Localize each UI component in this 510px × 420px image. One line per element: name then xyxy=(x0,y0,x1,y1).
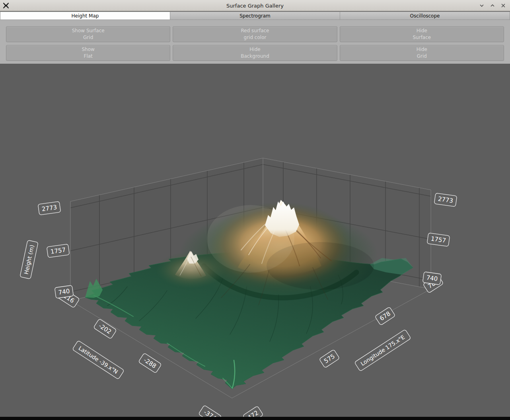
longitude-tick-badge: 472 xyxy=(243,406,263,417)
hide-background-button[interactable]: HideBackground xyxy=(173,45,337,61)
titlebar[interactable]: Surface Graph Gallery xyxy=(0,0,510,11)
minimize-icon[interactable] xyxy=(478,2,485,9)
height-tick-badge: 2773 xyxy=(38,201,60,215)
longitude-axis-title: Longitude 175.x"E xyxy=(354,329,411,371)
window-controls xyxy=(478,0,507,11)
surface-grid-color-button[interactable]: Red surfacegrid color xyxy=(173,26,337,42)
show-surface-grid-button[interactable]: Show SurfaceGrid xyxy=(6,26,170,42)
tab-bar: Height Map Spectrogram Oscilloscope xyxy=(0,12,510,20)
tab-height-map[interactable]: Height Map xyxy=(0,12,170,20)
longitude-tick-badge: 678 xyxy=(375,307,395,326)
latitude-tick-badge: -374 xyxy=(199,405,222,417)
close-icon[interactable] xyxy=(500,2,507,9)
app-window: Surface Graph Gallery Height Map Spectro… xyxy=(0,0,510,420)
controls-panel: Show SurfaceGrid Red surfacegrid color H… xyxy=(0,20,510,64)
show-flat-button[interactable]: ShowFlat xyxy=(6,45,170,61)
latitude-tick-badge: -202 xyxy=(93,319,117,339)
height-tick-badge: 740 xyxy=(422,272,441,285)
svg-text:Latitude -39.x"N: Latitude -39.x"N xyxy=(78,345,119,375)
window-title: Surface Graph Gallery xyxy=(0,0,510,11)
longitude-tick-badge: 575 xyxy=(319,350,340,368)
window-bottom-border xyxy=(0,417,510,420)
x11-app-icon xyxy=(3,2,9,9)
tab-spectrogram[interactable]: Spectrogram xyxy=(170,12,340,20)
height-tick-badge: 740 xyxy=(55,285,73,299)
svg-text:Longitude 175.x"E: Longitude 175.x"E xyxy=(360,334,406,367)
maximize-icon[interactable] xyxy=(489,2,496,9)
surface-plot-viewport[interactable]: -116 -202 -288 -374 Latitude -39.x"N xyxy=(0,64,510,417)
height-tick-badge: 2773 xyxy=(434,193,457,207)
latitude-tick-badge: -288 xyxy=(138,353,162,373)
tab-oscilloscope[interactable]: Oscilloscope xyxy=(340,12,510,20)
latitude-axis-title: Latitude -39.x"N xyxy=(72,340,124,379)
height-tick-badge: 1757 xyxy=(47,244,69,258)
height-axis-title: Height (m) xyxy=(20,240,38,279)
hide-surface-button[interactable]: HideSurface xyxy=(340,26,504,42)
hide-grid-button[interactable]: HideGrid xyxy=(340,45,504,61)
